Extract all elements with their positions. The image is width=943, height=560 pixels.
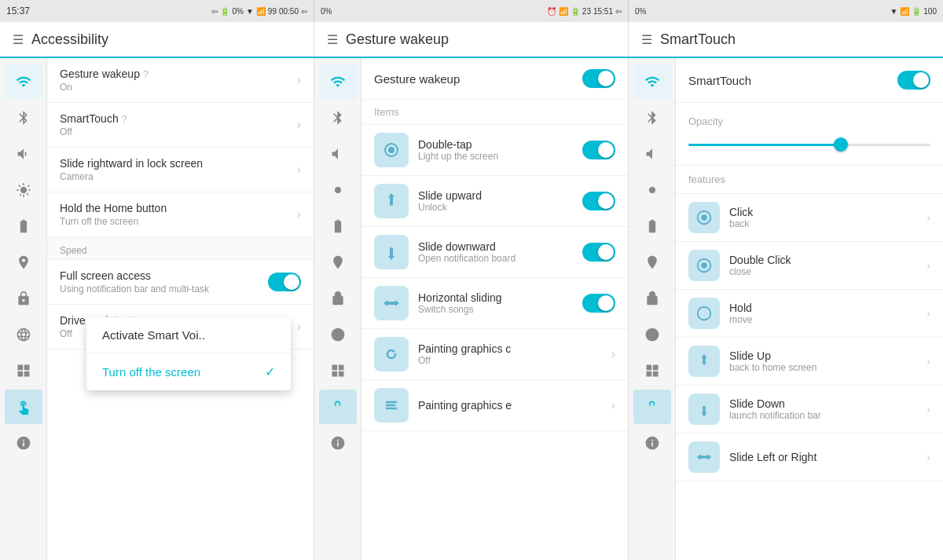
sidebar-info-3[interactable] <box>633 426 671 460</box>
sidebar-globe-2[interactable] <box>319 317 357 352</box>
sidebar-hand-3[interactable] <box>633 390 671 424</box>
slide-down-title: Slide downward <box>418 240 576 253</box>
sidebar-battery-2[interactable] <box>319 209 357 243</box>
sidebar-battery-3[interactable] <box>633 209 671 243</box>
slide-up-feat-title: Slide Up <box>729 350 926 362</box>
sidebar-hand-1[interactable] <box>5 390 42 424</box>
smarttouch-label: SmartTouch <box>688 74 751 87</box>
svg-marker-19 <box>697 454 701 459</box>
accessibility-settings-list: Gesture wakeup ? On › SmartTouch ? Off ›… <box>47 58 314 560</box>
slider-thumb[interactable] <box>834 137 848 152</box>
status-icons-3: ▼ 📶 🔋 100 <box>890 7 937 16</box>
sidebar-location-2[interactable] <box>319 245 357 280</box>
smarttouch-main-toggle[interactable] <box>897 71 930 90</box>
paint-c-sub: Off <box>418 355 611 366</box>
title-bar-smarttouch: ☰ SmartTouch <box>629 22 943 57</box>
menu-icon-3[interactable]: ☰ <box>641 32 652 47</box>
sidebar-bluetooth-1[interactable] <box>5 101 42 135</box>
settings-item-gesture-wakeup[interactable]: Gesture wakeup ? On › <box>47 58 314 103</box>
double-tap-title: Double-tap <box>418 138 576 151</box>
sidebar-volume-3[interactable] <box>633 137 671 171</box>
sidebar-lock-3[interactable] <box>633 281 671 316</box>
feature-item-double-click[interactable]: Double Click close › <box>676 242 943 290</box>
sidebar-globe-1[interactable] <box>5 317 42 352</box>
gesture-item-paint-c[interactable]: Painting graphics c Off › <box>361 329 628 380</box>
sidebar-info-2[interactable] <box>319 426 357 460</box>
svg-point-12 <box>701 262 706 268</box>
click-sub: back <box>729 218 926 229</box>
opacity-label: Opacity <box>688 115 930 127</box>
gesture-wakeup-main-toggle[interactable] <box>582 69 615 88</box>
gesture-item-paint-e[interactable]: Painting graphics e › <box>361 380 628 431</box>
dropdown-item-smart-voi[interactable]: Activate Smart Voi.. <box>86 317 291 353</box>
sidebar-wifi-2[interactable] <box>319 64 357 99</box>
sidebar-lock-2[interactable] <box>319 281 357 316</box>
sidebar-brightness-2[interactable] <box>319 173 357 207</box>
sidebar-hand-2[interactable] <box>319 390 357 424</box>
menu-icon-2[interactable]: ☰ <box>327 32 338 47</box>
feature-item-slide-up[interactable]: Slide Up back to home screen › <box>676 338 943 386</box>
sidebar-globe-3[interactable] <box>633 317 671 352</box>
double-tap-toggle[interactable] <box>582 141 615 159</box>
gesture-list: Gesture wakeup Items Double-tap Light up… <box>361 58 628 560</box>
menu-icon-1[interactable]: ☰ <box>13 32 24 47</box>
slide-up-title: Slide upward <box>418 189 576 202</box>
sidebar-grid-2[interactable] <box>319 353 357 388</box>
full-screen-toggle[interactable] <box>268 273 301 291</box>
feature-item-click[interactable]: Click back › <box>676 194 943 242</box>
double-tap-icon-box <box>374 133 409 167</box>
slider-fill <box>688 144 846 146</box>
slide-down-feat-icon-box <box>688 393 720 425</box>
sidebar-info-1[interactable] <box>5 426 42 460</box>
hold-home-title: Hold the Home button <box>60 202 297 214</box>
sidebar-wifi-3[interactable] <box>633 64 671 99</box>
feature-item-hold[interactable]: Hold move › <box>676 290 943 338</box>
settings-item-smarttouch[interactable]: SmartTouch ? Off › <box>47 103 314 148</box>
chevron-gesture: › <box>297 73 301 87</box>
opacity-slider[interactable] <box>688 137 930 152</box>
panel-gesture: Gesture wakeup Items Double-tap Light up… <box>314 58 629 560</box>
sidebar-location-1[interactable] <box>5 245 42 280</box>
slide-up-feat-icon-box <box>688 346 720 377</box>
settings-item-full-screen[interactable]: Full screen access Using notification ba… <box>47 260 314 305</box>
features-label: features <box>676 166 943 194</box>
dropdown-item-turn-off[interactable]: Turn off the screen ✓ <box>86 353 291 390</box>
title-bars: ☰ Accessibility ☰ Gesture wakeup ☰ Smart… <box>0 22 943 58</box>
sidebar-volume-2[interactable] <box>319 137 357 171</box>
sidebar-bluetooth-3[interactable] <box>633 101 671 135</box>
sidebar-wifi-1[interactable] <box>5 64 42 99</box>
dropdown-turn-off-label: Turn off the screen <box>102 365 200 379</box>
svg-marker-3 <box>388 193 394 197</box>
click-icon-box <box>688 202 720 233</box>
slide-down-toggle[interactable] <box>582 243 615 262</box>
sidebar-bluetooth-2[interactable] <box>319 101 357 135</box>
gesture-item-slide-down[interactable]: Slide downward Open notification board <box>361 227 628 278</box>
title-bar-accessibility: ☰ Accessibility <box>0 22 314 57</box>
sidebar-brightness-3[interactable] <box>633 173 671 207</box>
hold-home-sub: Turn off the screen <box>60 216 297 227</box>
sidebar-brightness-1[interactable] <box>5 173 42 207</box>
sidebar-volume-1[interactable] <box>5 137 42 171</box>
title-accessibility: Accessibility <box>31 31 108 48</box>
slide-up-toggle[interactable] <box>582 192 615 210</box>
title-gesture: Gesture wakeup <box>346 31 449 48</box>
feature-item-slide-down[interactable]: Slide Down launch notification bar › <box>676 386 943 434</box>
gesture-item-double-tap[interactable]: Double-tap Light up the screen <box>361 125 628 176</box>
chevron-slide-lr: › <box>926 451 930 463</box>
svg-marker-15 <box>701 354 706 358</box>
sidebar-grid-3[interactable] <box>633 353 671 388</box>
sidebar-grid-1[interactable] <box>5 353 42 388</box>
sidebar-lock-1[interactable] <box>5 281 42 316</box>
status-bar-3: 0% ▼ 📶 🔋 100 <box>629 0 943 22</box>
feature-item-slide-lr[interactable]: Slide Left or Right › <box>676 434 943 481</box>
settings-item-hold-home[interactable]: Hold the Home button Turn off the screen… <box>47 192 314 237</box>
sidebar-location-3[interactable] <box>633 245 671 280</box>
settings-item-slide-lock[interactable]: Slide rightward in lock screen Camera › <box>47 148 314 192</box>
hold-icon-box <box>688 298 720 329</box>
h-slide-toggle[interactable] <box>582 294 615 313</box>
slide-down-sub: Open notification board <box>418 253 576 264</box>
svg-marker-5 <box>388 256 394 260</box>
sidebar-battery-1[interactable] <box>5 209 42 243</box>
gesture-item-slide-up[interactable]: Slide upward Unlock <box>361 176 628 227</box>
gesture-item-h-slide[interactable]: Horizontal sliding Switch songs <box>361 278 628 329</box>
